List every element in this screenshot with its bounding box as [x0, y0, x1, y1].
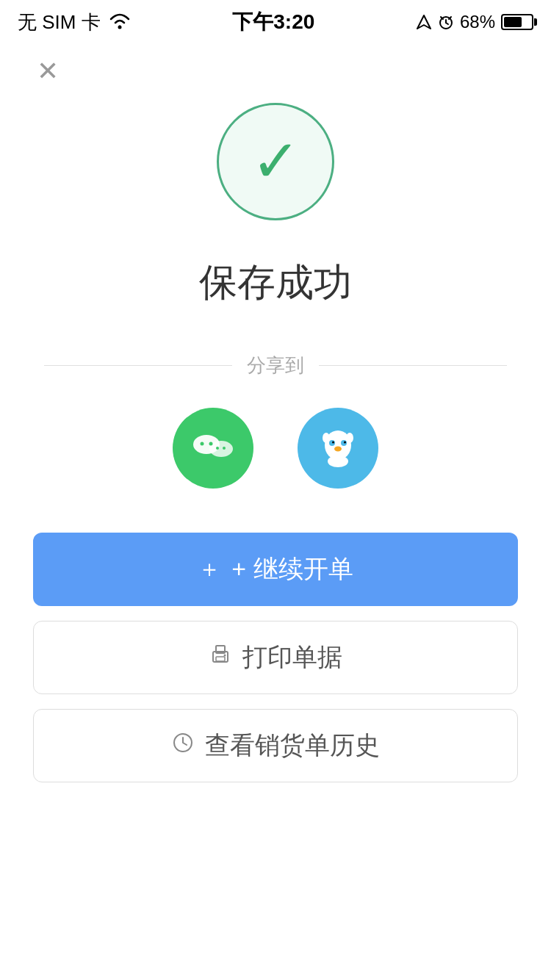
print-label: 打印单据 [242, 641, 342, 674]
svg-point-18 [334, 447, 342, 452]
battery-icon [501, 14, 533, 30]
share-section: 分享到 [0, 353, 551, 489]
location-icon [416, 14, 432, 30]
success-circle: ✓ [217, 103, 334, 220]
success-title: 保存成功 [199, 257, 352, 309]
svg-point-15 [341, 440, 347, 446]
continue-button[interactable]: ＋ + 继续开单 [33, 533, 518, 606]
checkmark-icon: ✓ [251, 132, 300, 191]
status-left: 无 SIM 卡 [18, 10, 132, 35]
svg-point-16 [332, 442, 334, 444]
history-icon [171, 731, 195, 760]
history-button[interactable]: 查看销货单历史 [33, 709, 518, 782]
svg-point-14 [329, 440, 335, 446]
divider-right [319, 365, 507, 366]
share-label: 分享到 [247, 353, 304, 378]
svg-point-11 [216, 447, 219, 450]
svg-point-10 [209, 442, 213, 446]
alarm-icon [438, 14, 454, 30]
svg-point-25 [224, 655, 226, 657]
history-label: 查看销货单历史 [205, 729, 380, 763]
svg-line-4 [446, 23, 448, 24]
svg-point-17 [344, 442, 346, 444]
svg-point-12 [223, 447, 226, 450]
print-icon [209, 643, 232, 672]
battery-percent: 68% [460, 12, 495, 32]
wechat-icon [187, 422, 239, 474]
action-buttons: ＋ + 继续开单 打印单据 查看销货单历 [33, 533, 518, 782]
divider-left [44, 365, 232, 366]
qq-button[interactable] [298, 408, 378, 489]
print-button[interactable]: 打印单据 [33, 621, 518, 694]
share-divider: 分享到 [0, 353, 551, 378]
svg-point-20 [346, 433, 353, 443]
svg-point-8 [209, 441, 233, 457]
carrier-text: 无 SIM 卡 [18, 10, 101, 35]
svg-point-21 [328, 455, 348, 467]
wifi-icon [108, 13, 132, 31]
svg-marker-1 [417, 15, 431, 29]
status-right: 68% [416, 12, 533, 32]
svg-point-0 [118, 26, 121, 29]
wechat-button[interactable] [173, 408, 253, 489]
plus-icon: ＋ [198, 553, 221, 586]
main-content: ✓ 保存成功 分享到 [0, 44, 551, 782]
close-button[interactable]: ✕ [29, 53, 66, 90]
continue-label: + 继续开单 [231, 552, 353, 586]
status-time: 下午3:20 [232, 8, 314, 36]
status-bar: 无 SIM 卡 下午3:20 68% [0, 0, 551, 44]
svg-rect-24 [216, 657, 225, 661]
qq-icon [314, 425, 361, 472]
svg-point-9 [201, 442, 204, 446]
close-icon: ✕ [37, 56, 59, 87]
svg-point-19 [323, 433, 330, 443]
share-icons [173, 408, 378, 489]
